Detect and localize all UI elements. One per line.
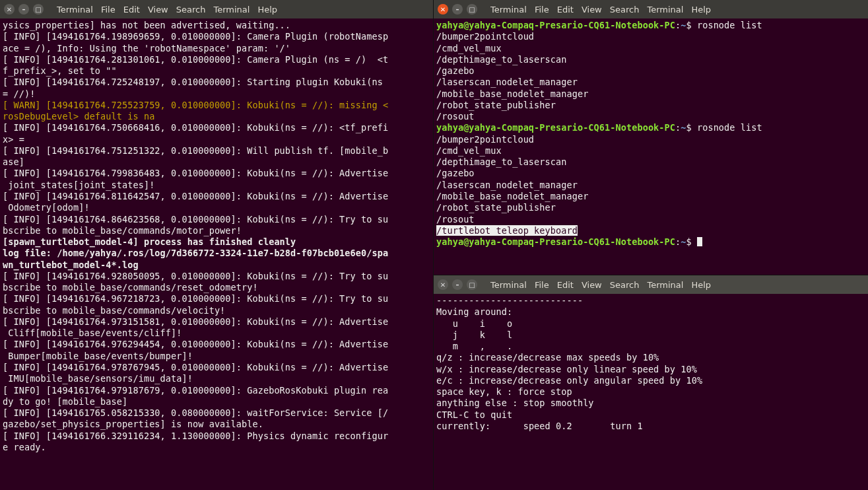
titlebar-left: ✕ – □ Terminal File Edit View Search Ter… bbox=[0, 0, 433, 18]
teleop-line: anything else : stop smoothly bbox=[436, 398, 865, 409]
rosnode-item: /mobile_base_nodelet_manager bbox=[436, 191, 865, 202]
minimize-icon[interactable]: – bbox=[452, 279, 463, 290]
log-line: [ INFO] [1494161764.750668416, 0.0100000… bbox=[3, 122, 430, 133]
rosnode-item: /laserscan_nodelet_manager bbox=[436, 77, 865, 88]
log-line: dy to go! [mobile_base] bbox=[3, 396, 430, 407]
rosnode-item-highlighted: /turtlebot_teleop_keyboard bbox=[436, 225, 865, 236]
menu-edit[interactable]: Edit bbox=[123, 5, 140, 15]
teleop-line: m , . bbox=[436, 341, 865, 352]
rosnode-item: /rosout bbox=[436, 214, 865, 225]
log-line: = //)! bbox=[3, 88, 430, 100]
log-line: [ INFO] [1494161764.799836483, 0.0100000… bbox=[3, 168, 430, 179]
teleop-line: --------------------------- bbox=[436, 295, 865, 306]
teleop-line: e/c : increase/decrease only angular spe… bbox=[436, 375, 865, 386]
log-line: bscribe to mobile_base/commands/reset_od… bbox=[3, 282, 430, 293]
log-line: wn_turtlebot_model-4*.log bbox=[3, 260, 430, 271]
menu-terminal2[interactable]: Terminal bbox=[647, 280, 683, 290]
menu-edit[interactable]: Edit bbox=[557, 5, 574, 15]
rosnode-item: /robot_state_publisher bbox=[436, 202, 865, 213]
menu-terminal[interactable]: Terminal bbox=[490, 5, 527, 15]
rosnode-item: /gazebo bbox=[436, 168, 865, 179]
log-line: [ WARN] [1494161764.725523759, 0.0100000… bbox=[3, 100, 430, 111]
log-line: ysics_properties] has not been advertise… bbox=[3, 20, 430, 31]
maximize-icon[interactable]: □ bbox=[33, 4, 44, 15]
prompt-line[interactable]: yahya@yahya-Compaq-Presario-CQ61-Noteboo… bbox=[436, 236, 865, 248]
rosnode-item: /bumper2pointcloud bbox=[436, 31, 865, 42]
titlebar-right-top: ✕ – □ Terminal File Edit View Search Ter… bbox=[434, 0, 868, 18]
menu-terminal[interactable]: Terminal bbox=[490, 280, 527, 290]
rosnode-item: /cmd_vel_mux bbox=[436, 43, 865, 54]
menu-view[interactable]: View bbox=[582, 280, 602, 290]
menu-file[interactable]: File bbox=[535, 280, 549, 290]
terminal-right-bottom[interactable]: ✕ – □ Terminal File Edit View Search Ter… bbox=[433, 275, 868, 490]
close-icon[interactable]: ✕ bbox=[4, 4, 15, 15]
log-line: ase] bbox=[3, 157, 430, 168]
teleop-line: space key, k : force stop bbox=[436, 386, 865, 398]
log-line: Odometry[odom]! bbox=[3, 202, 430, 213]
menu-edit[interactable]: Edit bbox=[557, 280, 574, 290]
log-line: bscribe to mobile_base/commands/motor_po… bbox=[3, 225, 430, 236]
rosnode-item: /bumper2pointcloud bbox=[436, 134, 865, 145]
log-line: Bumper[mobile_base/events/bumper]! bbox=[3, 351, 430, 362]
terminal-output-right-top[interactable]: yahya@yahya-Compaq-Presario-CQ61-Noteboo… bbox=[434, 18, 868, 249]
teleop-line: w/x : increase/decrease only linear spee… bbox=[436, 364, 865, 375]
teleop-line: u i o bbox=[436, 318, 865, 330]
maximize-icon[interactable]: □ bbox=[467, 4, 477, 15]
teleop-line: CTRL-C to quit bbox=[436, 409, 865, 421]
menu-help[interactable]: Help bbox=[257, 5, 277, 15]
log-line: [ INFO] [1494161764.976294454, 0.0100000… bbox=[3, 339, 430, 350]
log-line: f_prefix_>, set to "" bbox=[3, 65, 430, 77]
log-line: IMU[mobile_base/sensors/imu_data]! bbox=[3, 373, 430, 384]
log-line: [ INFO] [1494161764.811642547, 0.0100000… bbox=[3, 191, 430, 202]
titlebar-right-bottom: ✕ – □ Terminal File Edit View Search Ter… bbox=[434, 275, 868, 294]
maximize-icon[interactable]: □ bbox=[467, 279, 477, 290]
log-line: Cliff[mobile_base/events/cliff]! bbox=[3, 328, 430, 339]
log-line: [ INFO] [1494161764.978767945, 0.0100000… bbox=[3, 362, 430, 373]
terminal-left[interactable]: ✕ – □ Terminal File Edit View Search Ter… bbox=[0, 0, 433, 490]
log-line: [ INFO] [1494161764.751251322, 0.0100000… bbox=[3, 145, 430, 157]
menu-file[interactable]: File bbox=[535, 5, 549, 15]
close-icon[interactable]: ✕ bbox=[438, 4, 448, 15]
log-line: [ INFO] [1494161764.979187679, 0.0100000… bbox=[3, 385, 430, 396]
menubar-right-bottom: Terminal File Edit View Search Terminal … bbox=[490, 280, 711, 290]
teleop-line: Moving around: bbox=[436, 306, 865, 318]
menu-view[interactable]: View bbox=[582, 5, 602, 15]
log-line: x> = bbox=[3, 134, 430, 145]
menubar-left: Terminal File Edit View Search Terminal … bbox=[57, 5, 277, 15]
menu-search[interactable]: Search bbox=[610, 280, 640, 290]
menu-search[interactable]: Search bbox=[176, 5, 206, 15]
rosnode-item: /gazebo bbox=[436, 65, 865, 77]
menu-terminal2[interactable]: Terminal bbox=[647, 5, 683, 15]
log-line: rosDebugLevel> default is na bbox=[3, 111, 430, 122]
menu-file[interactable]: File bbox=[101, 5, 116, 15]
menu-terminal2[interactable]: Terminal bbox=[213, 5, 250, 15]
rosnode-item: /mobile_base_nodelet_manager bbox=[436, 88, 865, 100]
log-line: log file: /home/yahya/.ros/log/7d366772-… bbox=[3, 248, 430, 259]
minimize-icon[interactable]: – bbox=[18, 4, 29, 15]
minimize-icon[interactable]: – bbox=[452, 4, 463, 15]
rosnode-item: /cmd_vel_mux bbox=[436, 145, 865, 157]
terminal-right-top[interactable]: ✕ – □ Terminal File Edit View Search Ter… bbox=[433, 0, 868, 275]
prompt-line: yahya@yahya-Compaq-Presario-CQ61-Noteboo… bbox=[436, 122, 865, 133]
log-line: [ INFO] [1494161764.198969659, 0.0100000… bbox=[3, 31, 430, 42]
teleop-line: j k l bbox=[436, 330, 865, 341]
log-line: ace = /), Info: Using the 'robotNamespac… bbox=[3, 43, 430, 54]
teleop-line: q/z : increase/decrease max speeds by 10… bbox=[436, 352, 865, 363]
rosnode-item: /robot_state_publisher bbox=[436, 100, 865, 111]
terminal-output-left[interactable]: ysics_properties] has not been advertise… bbox=[0, 18, 433, 454]
log-line: bscribe to mobile_base/commands/velocity… bbox=[3, 305, 430, 316]
log-line: joint_states[joint_states]! bbox=[3, 180, 430, 191]
terminal-output-right-bottom[interactable]: ---------------------------Moving around… bbox=[434, 294, 868, 433]
cursor-icon bbox=[697, 237, 702, 246]
rosnode-item: /laserscan_nodelet_manager bbox=[436, 180, 865, 191]
menu-view[interactable]: View bbox=[148, 5, 168, 15]
log-line: [spawn_turtlebot_model-4] process has fi… bbox=[3, 236, 430, 248]
log-line: [ INFO] [1494161765.058215330, 0.0800000… bbox=[3, 407, 430, 419]
log-line: [ INFO] [1494161764.928050095, 0.0100000… bbox=[3, 271, 430, 282]
menu-search[interactable]: Search bbox=[610, 5, 640, 15]
menu-help[interactable]: Help bbox=[691, 280, 711, 290]
menu-terminal[interactable]: Terminal bbox=[57, 5, 93, 15]
close-icon[interactable]: ✕ bbox=[438, 279, 448, 290]
log-line: [ INFO] [1494161764.967218723, 0.0100000… bbox=[3, 293, 430, 304]
menu-help[interactable]: Help bbox=[691, 5, 711, 15]
